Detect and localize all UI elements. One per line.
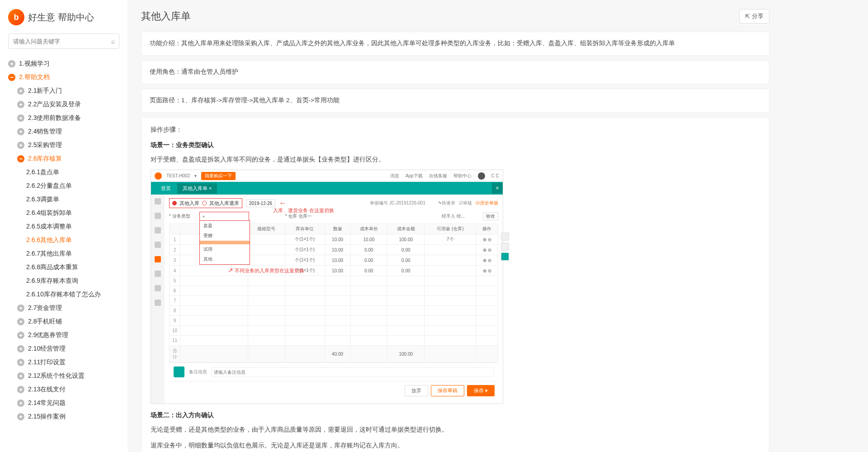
- msg-icon: 消息: [390, 173, 399, 179]
- scene2-title: 场景二：出入方向确认: [151, 411, 760, 419]
- rail-icon: [155, 300, 161, 306]
- table-row: 6: [170, 286, 498, 296]
- table-row: 4个(1=1个)10.000.000.00⊕ ⊖: [170, 266, 498, 276]
- nav: +1.视频学习 −2.帮助文档 +2.1新手入门 +2.2产品安装及登录 +2.…: [8, 57, 119, 423]
- rail-icon-active: [155, 256, 161, 262]
- nav-2-6-4[interactable]: 2.6.4组装拆卸单: [8, 206, 119, 220]
- table-row: 10: [170, 326, 498, 336]
- nav-2-7[interactable]: +2.7资金管理: [8, 301, 119, 315]
- rail-icon: [155, 242, 161, 248]
- rail-icon: [155, 271, 161, 277]
- remark-row: 备注信息: [169, 362, 498, 381]
- search-icon[interactable]: ⌕: [111, 38, 115, 45]
- radio-icon: [202, 201, 207, 205]
- nav-2-6[interactable]: −2.6库存核算: [8, 152, 119, 166]
- table-row: 7: [170, 296, 498, 306]
- nav-2-12[interactable]: +2.12系统个性化设置: [8, 369, 119, 383]
- content: 操作步骤： 场景一：业务类型确认 对于受赠、盘盈或是拆装入库等不同的业务，是通过…: [141, 117, 769, 452]
- close-icon: ×: [492, 183, 503, 194]
- save-button: 保存 ▾: [467, 385, 495, 396]
- arrow-icon: ←: [279, 199, 286, 207]
- total-row: 合计40.00100.00: [170, 346, 498, 362]
- nav-2-6-8[interactable]: 2.6.8商品成本重算: [8, 261, 119, 274]
- scene1-body: 对于受赠、盘盈或是拆装入库等不同的业务，是通过单据头【业务类型】进行区分。: [151, 154, 760, 165]
- nav-2-6-9[interactable]: 2.6.9库存账本查询: [8, 274, 119, 288]
- share-button[interactable]: ⇱分享: [739, 9, 769, 24]
- date-field: 2019-12-26: [246, 200, 275, 207]
- steps-label: 操作步骤：: [151, 126, 760, 134]
- scene2-body2: 退库业务中，明细数量均以负值红色展示。无论是入库还是退库，库存账均记在入库方向。: [151, 440, 760, 451]
- mock-tabs: 首页 其他入库单 × ×: [151, 182, 503, 195]
- search-input[interactable]: [8, 33, 119, 49]
- nav-2-9[interactable]: +2.9优惠券管理: [8, 328, 119, 342]
- main: 其他入库单 ⇱分享 功能介绍：其他入库单用来处理除采购入库、产成品入库之外的其他…: [127, 0, 783, 452]
- nav-2-10[interactable]: +2.10经营管理: [8, 342, 119, 356]
- avatar-icon: [478, 172, 485, 180]
- annotation: ↗ 不同业务的入库类型在这里切换: [228, 266, 304, 274]
- trial-button: 我要购买一下: [201, 172, 236, 180]
- nav-2-6-6[interactable]: 2.6.6其他入库单: [8, 233, 119, 247]
- rail-icon: [155, 285, 161, 291]
- nav-2-6-10[interactable]: 2.6.10库存账本错了怎么办: [8, 288, 119, 301]
- intro-box: 功能介绍：其他入库单用来处理除采购入库、产成品入库之外的其他入库业务，因此其他入…: [141, 32, 769, 56]
- rail-icon: [155, 198, 161, 205]
- share-icon: ⇱: [745, 13, 750, 20]
- nav-2-6-3[interactable]: 2.6.3调拨单: [8, 193, 119, 206]
- nav-2-13[interactable]: +2.13在线支付: [8, 383, 119, 396]
- biz-type-dropdown: ▾ 盘盈 受赠 试用 其他: [199, 212, 249, 221]
- table-row: 8: [170, 306, 498, 316]
- doc-type-switch: 其他入库 其他入库退库: [169, 198, 242, 208]
- radio-icon: [172, 201, 177, 205]
- search: ⌕: [8, 33, 119, 49]
- page-title: 其他入库单: [141, 10, 191, 23]
- rail-icon: [155, 227, 161, 233]
- logo: b 好生意 帮助中心: [8, 9, 119, 25]
- mock-logo-icon: [155, 172, 162, 180]
- tool-icon: [501, 243, 509, 251]
- side-tools: [501, 233, 509, 261]
- role-box: 使用角色：通常由仓管人员维护: [141, 60, 769, 84]
- app-title: 好生意 帮助中心: [28, 11, 94, 24]
- nav-2-2[interactable]: +2.2产品安装及登录: [8, 98, 119, 111]
- rail-icon: [155, 213, 161, 219]
- path-box: 页面路径：1、库存核算->库存管理->其他入库单 2、首页->常用功能: [141, 89, 769, 113]
- draft-button: 保存草稿: [431, 385, 464, 396]
- nav-2-11[interactable]: +2.11打印设置: [8, 356, 119, 369]
- table-row: 5: [170, 276, 498, 286]
- remark-icon: [174, 366, 184, 377]
- mock-screenshot: TEST-H002 ▾ 我要购买一下 消息 App下载 在线客服 帮助中心 C …: [151, 170, 503, 404]
- nav-2-5[interactable]: +2.5采购管理: [8, 138, 119, 152]
- nav-2-6-2[interactable]: 2.6.2分量盘点单: [8, 179, 119, 193]
- scene1-title: 场景一：业务类型确认: [151, 141, 760, 149]
- nav-2-8[interactable]: +2.8手机旺铺: [8, 315, 119, 328]
- table-row: 11: [170, 336, 498, 346]
- remark-input: [212, 367, 494, 377]
- nav-2-3[interactable]: +2.3使用前数据准备: [8, 111, 119, 125]
- nav-2-14[interactable]: +2.14常见问题: [8, 396, 119, 410]
- mock-rail: [151, 195, 165, 404]
- nav-2-6-5[interactable]: 2.6.5成本调整单: [8, 220, 119, 233]
- nav-video[interactable]: +1.视频学习: [8, 57, 119, 71]
- nav-2-6-1[interactable]: 2.6.1盘点单: [8, 166, 119, 179]
- abandon-button: 放弃: [405, 385, 428, 396]
- nav-2-1[interactable]: +2.1新手入门: [8, 84, 119, 98]
- logo-icon: b: [8, 9, 24, 25]
- tool-icon: [501, 233, 509, 241]
- tool-icon: [501, 252, 509, 261]
- table-row: 9: [170, 316, 498, 326]
- nav-help-docs[interactable]: −2.帮助文档: [8, 71, 119, 84]
- tab-other-in: 其他入库单 ×: [177, 183, 217, 194]
- nav-2-15[interactable]: +2.15操作案例: [8, 410, 119, 423]
- tab-home: 首页: [156, 183, 176, 194]
- sidebar: b 好生意 帮助中心 ⌕ +1.视频学习 −2.帮助文档 +2.1新手入门 +2…: [0, 0, 127, 452]
- mock-topbar: TEST-H002 ▾ 我要购买一下 消息 App下载 在线客服 帮助中心 C …: [151, 170, 503, 182]
- nav-2-6-7[interactable]: 2.6.7其他出库单: [8, 247, 119, 261]
- nav-2-4[interactable]: +2.4销售管理: [8, 125, 119, 138]
- scene2-body1: 无论是受赠，还是其他类型的业务，由于入库商品质量等原因，需要退回，这时可通过单据…: [151, 424, 760, 435]
